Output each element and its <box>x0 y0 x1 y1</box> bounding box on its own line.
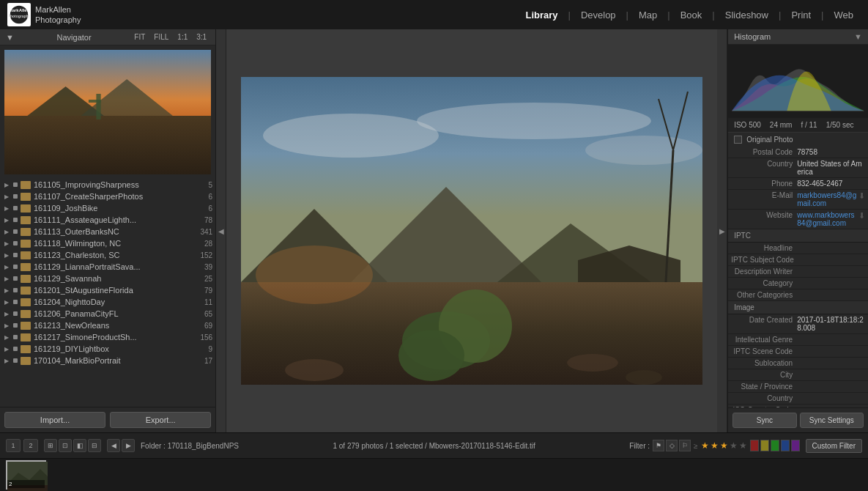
svg-rect-8 <box>89 100 101 103</box>
view-fit[interactable]: FIT <box>131 32 148 42</box>
folder-item[interactable]: ▶ 161118_Wilmington, NC 28 <box>0 237 215 249</box>
folder-expand-arrow[interactable]: ▶ <box>3 204 10 212</box>
right-collapse-arrow[interactable]: ▶ <box>717 29 727 432</box>
folder-item[interactable]: ▶ 161217_SimoneProductSh... 156 <box>0 331 215 343</box>
nav-develop[interactable]: Develop <box>574 7 623 23</box>
folder-name: 161113_OuterBanksNC <box>34 227 191 236</box>
folder-expand-arrow[interactable]: ▶ <box>3 310 10 317</box>
pager-buttons: 1 2 <box>6 439 38 452</box>
star-3[interactable]: ★ <box>720 440 728 451</box>
folder-name: 161219_DIYLightbox <box>34 344 191 353</box>
folder-item[interactable]: ▶ 161204_NighttoDay 11 <box>0 296 215 308</box>
email-copy-icon[interactable]: ⬇ <box>858 191 865 201</box>
color-purple-filter[interactable] <box>791 440 800 451</box>
folder-item[interactable]: ▶ 161113_OuterBanksNC 341 <box>0 226 215 237</box>
custom-filter-button[interactable]: Custom Filter <box>806 439 862 453</box>
folder-item[interactable]: ▶ 161105_ImprovingSharpness 5 <box>0 179 215 191</box>
folder-expand-arrow[interactable]: ▶ <box>3 333 10 341</box>
loupe-view-button[interactable]: ⊡ <box>59 439 72 452</box>
original-photo-checkbox[interactable] <box>734 136 742 144</box>
star-2[interactable]: ★ <box>711 440 719 451</box>
folder-icon <box>21 251 31 259</box>
star-1[interactable]: ★ <box>701 440 709 451</box>
folder-item[interactable]: ▶ 161129_LiannaPortraitSava... 39 <box>0 261 215 273</box>
iptc-scene-row: IPTC Scene Code <box>728 346 868 358</box>
iptc-subject-label: IPTC Subject Code <box>731 256 798 264</box>
brand-logo-area: MarkAllen Photography MarkAllen Photogra… <box>7 3 81 26</box>
folder-expand-arrow[interactable]: ▶ <box>3 228 10 235</box>
prev-photo-button[interactable]: ◀ <box>107 439 120 452</box>
folder-item[interactable]: ▶ 161107_CreateSharperPhotos 6 <box>0 191 215 202</box>
sync-settings-button[interactable]: Sync Settings <box>800 413 864 428</box>
compare-view-button[interactable]: ◧ <box>73 439 86 452</box>
folder-name: 161217_SimoneProductSh... <box>34 333 191 342</box>
view-fill[interactable]: FILL <box>151 32 171 42</box>
star-5[interactable]: ★ <box>739 440 747 451</box>
nav-book[interactable]: Book <box>673 7 710 23</box>
email-row: E-Mail markbowers84@gmail.com ⬇ <box>728 190 868 210</box>
folder-expand-arrow[interactable]: ▶ <box>3 181 10 188</box>
nav-slideshow[interactable]: Slideshow <box>718 7 776 23</box>
folder-item[interactable]: ▶ 161129_Savannah 25 <box>0 273 215 284</box>
folder-icon <box>21 193 31 201</box>
folder-expand-arrow[interactable]: ▶ <box>3 298 10 306</box>
left-collapse-arrow[interactable]: ◀ <box>216 29 226 432</box>
color-yellow-filter[interactable] <box>760 440 769 451</box>
filmstrip-thumb-active[interactable]: 2 <box>6 460 46 490</box>
survey-view-button[interactable]: ⊟ <box>88 439 101 452</box>
flag-clear[interactable]: ◇ <box>666 440 678 451</box>
folder-expand-arrow[interactable]: ▶ <box>3 357 10 364</box>
nav-map[interactable]: Map <box>631 7 664 23</box>
folder-item[interactable]: ▶ 161109_JoshBike 6 <box>0 202 215 214</box>
nav-web[interactable]: Web <box>827 7 861 23</box>
folder-item[interactable]: ▶ 161213_NewOrleans 69 <box>0 320 215 331</box>
flag-white[interactable]: ⚑ <box>653 440 664 451</box>
exif-iso: ISO 500 <box>734 121 761 129</box>
folder-item[interactable]: ▶ 161206_PanamaCityFL 65 <box>0 308 215 320</box>
top-navigation: MarkAllen Photography MarkAllen Photogra… <box>0 0 868 29</box>
view-3-1[interactable]: 3:1 <box>193 32 209 42</box>
nav-library[interactable]: Library <box>518 7 565 23</box>
folder-item[interactable]: ▶ 161219_DIYLightbox 9 <box>0 343 215 355</box>
main-layout: ▼ Navigator FIT FILL 1:1 3:1 <box>0 29 868 432</box>
histogram-triangle[interactable]: ▼ <box>854 32 862 41</box>
export-button[interactable]: Export... <box>110 412 211 428</box>
nav-print[interactable]: Print <box>784 7 818 23</box>
nav-links: Library | Develop | Map | Book | Slidesh… <box>518 7 861 23</box>
intellectual-genre-row: Intellectual Genre <box>728 334 868 346</box>
color-green-filter[interactable] <box>771 440 779 451</box>
folder-item[interactable]: ▶ 170104_MarkBioPortrait 17 <box>0 355 215 366</box>
page-2-button[interactable]: 2 <box>23 439 38 452</box>
folder-expand-arrow[interactable]: ▶ <box>3 251 10 259</box>
color-red-filter[interactable] <box>750 440 759 451</box>
folder-expand-arrow[interactable]: ▶ <box>3 287 10 294</box>
page-1-button[interactable]: 1 <box>6 439 21 452</box>
folder-expand-arrow[interactable]: ▶ <box>3 345 10 352</box>
date-created-label: Date Created <box>731 316 797 324</box>
folder-expand-arrow[interactable]: ▶ <box>3 263 10 270</box>
view-1-1[interactable]: 1:1 <box>174 32 190 42</box>
image-section-header: Image <box>728 301 868 314</box>
folder-list-icon <box>13 311 18 316</box>
import-button[interactable]: Import... <box>4 412 105 428</box>
sync-button[interactable]: Sync <box>732 413 796 428</box>
folder-icon <box>21 216 31 224</box>
flag-reject[interactable]: ⚐ <box>679 440 691 451</box>
folder-expand-arrow[interactable]: ▶ <box>3 216 10 224</box>
grid-view-button[interactable]: ⊞ <box>44 439 57 452</box>
folder-expand-arrow[interactable]: ▶ <box>3 240 10 247</box>
panel-toggle-arrow[interactable]: ▼ <box>6 33 14 42</box>
folder-item[interactable]: ▶ 161123_Charleston, SC 152 <box>0 249 215 261</box>
folder-expand-arrow[interactable]: ▶ <box>3 193 10 200</box>
exif-focal: 24 mm <box>770 121 793 129</box>
next-photo-button[interactable]: ▶ <box>122 439 135 452</box>
folder-expand-arrow[interactable]: ▶ <box>3 275 10 282</box>
folder-expand-arrow[interactable]: ▶ <box>3 322 10 329</box>
star-4[interactable]: ★ <box>730 440 738 451</box>
folder-item[interactable]: ▶ 161111_AssateagueLighth... 78 <box>0 214 215 226</box>
folder-item[interactable]: ▶ 161201_StAugustineFlorida 79 <box>0 284 215 296</box>
other-categories-row: Other Categories <box>728 289 868 301</box>
color-blue-filter[interactable] <box>781 440 790 451</box>
website-copy-icon[interactable]: ⬇ <box>858 211 865 221</box>
email-label: E-Mail <box>731 191 797 199</box>
